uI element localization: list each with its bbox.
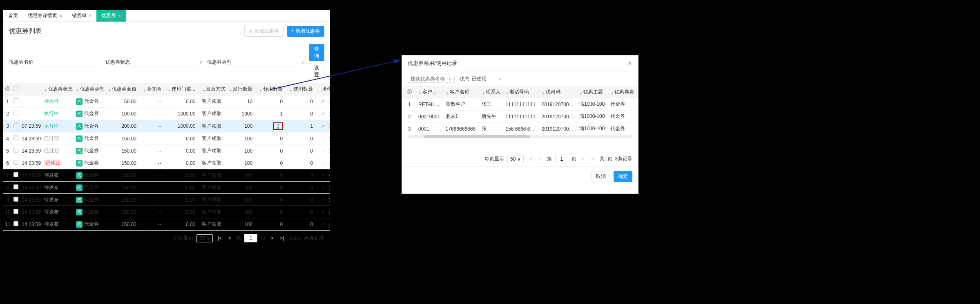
close-icon[interactable]: ✕ — [88, 13, 92, 18]
row-checkbox[interactable] — [13, 98, 18, 103]
next-page-icon[interactable]: > — [269, 235, 275, 241]
use-qty: 0 — [288, 95, 318, 108]
issue-qty: 100 — [227, 194, 257, 206]
table-row[interactable]: 3 07 23:59 执行中 代代金券 200.00 -- 1000.00 客户… — [3, 120, 330, 133]
issue-coupon-button[interactable]: ⊘ 发放优惠券 — [244, 26, 284, 37]
gear-icon[interactable] — [5, 86, 10, 91]
per-page-select[interactable]: 50 ∨ — [196, 234, 213, 242]
page-input[interactable] — [244, 234, 257, 242]
table-row[interactable]: 6 14 23:59 已终止 代代金券 150.00 -- 0.00 客户领取 … — [3, 157, 330, 169]
filter-type-input[interactable] — [234, 58, 299, 67]
sort-icon[interactable]: ▲▼ — [446, 92, 449, 95]
row-checkbox[interactable] — [13, 123, 18, 128]
per-page-select[interactable]: 50 ∨ — [507, 155, 524, 163]
table-row[interactable]: 8 14 23:59 待发布 代代金券 150.00 -- 0.00 客户领取 … — [3, 182, 330, 194]
claim-qty: 0 — [257, 182, 288, 194]
tab-销货单[interactable]: 销货单✕ — [67, 10, 96, 22]
qr-icon[interactable]: ⊞ — [328, 209, 330, 215]
search-icon[interactable]: ⌕ — [449, 76, 452, 82]
row-checkbox — [13, 148, 18, 153]
filter-status-input[interactable] — [132, 58, 197, 67]
query-button[interactable]: 查询 — [309, 44, 324, 61]
table-row[interactable]: 7 14 23:59 待发布 代代金券 150.00 -- 0.00 客户领取 … — [3, 169, 330, 182]
qr-icon[interactable]: ⊞ — [328, 148, 330, 154]
qr-icon[interactable]: ⊞ — [328, 111, 330, 117]
sort-icon[interactable]: ▲▼ — [229, 89, 232, 92]
prev-page-icon[interactable]: < — [227, 235, 233, 241]
qr-icon[interactable]: ⊞ — [328, 197, 330, 203]
chevron-down-icon[interactable]: ∨ — [301, 60, 304, 64]
tab-优惠券[interactable]: 优惠券✕ — [96, 10, 126, 22]
filter-name-input[interactable] — [36, 58, 100, 67]
qr-icon[interactable]: ⊞ — [328, 136, 330, 142]
table-row[interactable]: 10 14 23:59 待发布 代代金券 150.00 -- 0.00 客户领取… — [3, 206, 330, 218]
usage-log-modal: 优惠券领用/使用记录 ✕ ⌕ 状态 已使用 ∨ ▲▼客户... ▲▼客户名称 ▲… — [402, 55, 638, 194]
row-checkbox[interactable] — [13, 111, 18, 115]
row-checkbox — [13, 135, 18, 140]
tab-首页[interactable]: 首页 — [3, 10, 23, 22]
share-icon[interactable]: ↗ — [321, 111, 325, 117]
qr-icon[interactable]: ⊞ — [328, 99, 330, 104]
table-row[interactable]: 2 执行中 代代金券 100.00 -- 1000.00 客户领取 1000 1… — [3, 108, 330, 120]
table-row[interactable]: 11 14 23:59 待发布 代代金券 150.00 -- 0.00 客户领取… — [3, 218, 330, 231]
code: 2019120700... — [540, 98, 578, 111]
search-input[interactable] — [411, 76, 447, 82]
sort-icon[interactable]: ▲▼ — [542, 92, 545, 95]
sort-icon[interactable]: ▲▼ — [259, 89, 262, 92]
sort-icon[interactable]: ▲▼ — [579, 92, 583, 95]
status-badge: 待发布 — [44, 184, 59, 190]
sort-icon[interactable]: ▲▼ — [289, 89, 292, 92]
table-row[interactable]: 4 14 23:59 已过期 代代金券 150.00 -- 0.00 客户领取 … — [3, 133, 330, 145]
sort-icon[interactable]: ▲▼ — [44, 89, 47, 92]
qr-icon[interactable]: ⊞ — [328, 123, 330, 129]
state-select[interactable]: 已使用 ∨ — [472, 75, 502, 82]
qr-icon[interactable]: ⊞ — [328, 185, 330, 191]
confirm-button[interactable]: 确定 — [614, 171, 632, 182]
sort-icon[interactable]: ▲▼ — [418, 92, 422, 95]
first-page-icon[interactable]: |< — [216, 235, 223, 241]
sort-icon[interactable]: ▲▼ — [202, 89, 205, 92]
close-icon[interactable]: ✕ — [59, 13, 62, 18]
close-icon[interactable]: ✕ — [627, 60, 632, 67]
table-row[interactable]: 1 待执行 代代金券 50.00 -- 0.00 客户领取 10 0 0 ↗ ⊞ — [3, 95, 330, 108]
sort-icon[interactable]: ▲▼ — [482, 92, 485, 95]
next-page-icon[interactable]: > — [580, 156, 586, 162]
first-page-icon[interactable]: |< — [527, 156, 534, 162]
share-icon[interactable]: ↗ — [321, 123, 325, 129]
qr-icon[interactable]: ⊞ — [328, 160, 330, 166]
tab-优惠券详情页[interactable]: 优惠券详情页✕ — [23, 10, 67, 22]
qr-icon[interactable]: ⊞ — [328, 222, 330, 227]
claim-qty: 3 — [257, 120, 288, 133]
prev-page-icon[interactable]: < — [538, 156, 544, 162]
filter-status-label: 优惠券状态 — [105, 59, 130, 66]
filter-type-label: 优惠券类型 — [207, 59, 232, 66]
claim-count-link[interactable]: 3 — [273, 122, 283, 130]
status-badge: 已终止 — [44, 160, 62, 166]
last-page-icon[interactable]: >| — [278, 235, 286, 241]
sort-icon[interactable]: ▲▼ — [76, 89, 79, 92]
cancel-button[interactable]: 取消 — [592, 171, 610, 182]
page-input[interactable] — [555, 155, 568, 163]
table-row[interactable]: 2 00010001 北京1 唐先生 11111111111 201912070… — [402, 111, 638, 123]
sort-icon[interactable]: ▲▼ — [610, 92, 614, 95]
chevron-down-icon[interactable]: ∨ — [199, 60, 202, 64]
row-number: 10 — [3, 206, 12, 218]
search-box[interactable]: ⌕ — [408, 75, 455, 83]
sort-icon[interactable]: ▲▼ — [167, 89, 171, 92]
sort-icon[interactable]: ▲▼ — [143, 89, 146, 92]
table-row[interactable]: 5 14 23:59 已过期 代代金券 150.00 -- 0.00 客户领取 … — [3, 145, 330, 157]
table-row[interactable]: 1 RETAIL... 零散客户 张三 11111111111 20191207… — [402, 98, 638, 111]
table-row[interactable]: 3 0001 17666666666 张 156 6666 6... 20191… — [402, 123, 638, 135]
horizontal-scrollbar[interactable] — [408, 135, 632, 138]
sort-icon[interactable]: ▲▼ — [108, 89, 111, 92]
close-icon[interactable]: ✕ — [118, 13, 121, 18]
select-all-checkbox[interactable] — [13, 86, 18, 91]
last-page-icon[interactable]: >| — [589, 156, 596, 162]
gear-icon[interactable] — [407, 89, 412, 94]
settings-button[interactable]: 设置 — [309, 63, 324, 80]
share-icon[interactable]: ↗ — [321, 99, 325, 104]
qr-icon[interactable]: ⊞ — [328, 173, 330, 178]
table-row[interactable]: 9 14 23:59 待发布 代代金券 150.00 -- 0.00 客户领取 … — [3, 194, 330, 206]
add-coupon-button[interactable]: + 新增优惠券 — [287, 26, 324, 37]
sort-icon[interactable]: ▲▼ — [505, 92, 509, 95]
